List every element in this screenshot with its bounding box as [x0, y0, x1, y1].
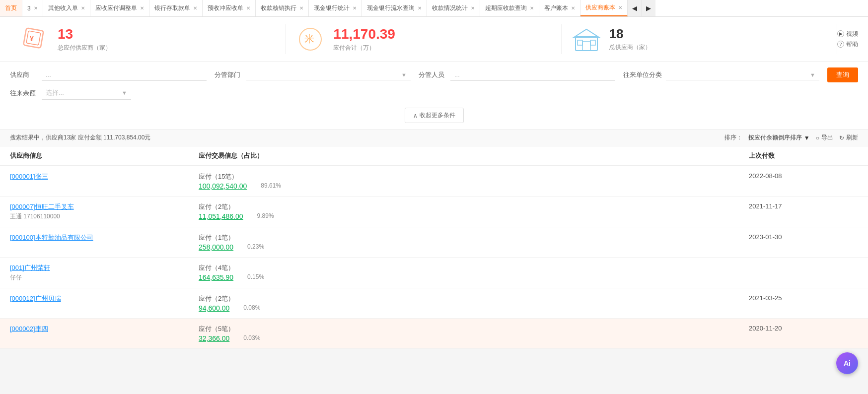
nav-tab-3[interactable]: 3 ✕ [22, 0, 43, 16]
refresh-icon: ↻ [839, 134, 844, 141]
nav-tab-cashbank-flow[interactable]: 现金银行流水查询 ✕ [362, 0, 427, 16]
supplier-info: [000012]广州贝瑞 [10, 294, 199, 303]
transaction-amount[interactable]: 258,000.00 [199, 243, 233, 251]
last-pay-date: 2021-11-17 [749, 202, 858, 210]
transaction-amount[interactable]: 100,092,540.00 [199, 182, 247, 190]
help-link[interactable]: ? 帮助 [837, 40, 858, 49]
nav-tab-home[interactable]: 首页 [0, 0, 22, 16]
total-suppliers-content: 18 总供应商（家） [609, 26, 651, 51]
filter-dept: 分管部门 ▼ [215, 70, 411, 80]
close-icon[interactable]: ✕ [571, 5, 575, 11]
close-icon[interactable]: ✕ [299, 5, 303, 11]
tab-label: 应收应付调整单 [95, 4, 137, 12]
last-pay-date: 2022-08-08 [749, 172, 858, 180]
close-icon[interactable]: ✕ [618, 5, 622, 10]
chevron-down-icon: ▼ [401, 72, 407, 78]
supplier-name-link[interactable]: [000007]恒旺二手叉车 [10, 202, 199, 211]
category-filter-label: 往来单位分类 [623, 70, 662, 79]
close-icon[interactable]: ✕ [140, 5, 144, 11]
chevron-down-icon: ▼ [810, 72, 815, 78]
person-input[interactable] [450, 69, 615, 81]
close-icon[interactable]: ✕ [418, 5, 422, 11]
table-row: [000012]广州贝瑞 应付（2笔） 94,600.00 0.08% 2021… [0, 288, 868, 319]
table-header: 供应商信息 应付交易信息（占比） 上次付数 [0, 146, 868, 166]
video-link[interactable]: ▶ 视频 [837, 30, 858, 38]
transaction-amount[interactable]: 164,635.90 [199, 273, 233, 281]
close-icon[interactable]: ✕ [81, 5, 85, 11]
supplier-info: [000007]恒旺二手叉车 王通 17106110000 [10, 202, 199, 221]
transaction-info: 应付（4笔） 164,635.90 0.15% [199, 263, 749, 281]
supplier-info: [000100]本特勤油品有限公司 [10, 233, 199, 242]
transaction-amount[interactable]: 11,051,486.00 [199, 212, 243, 220]
nav-tab-collection-stat[interactable]: 收款情况统计 ✕ [427, 0, 480, 16]
close-icon[interactable]: ✕ [530, 5, 534, 11]
last-pay-date: 2023-01-30 [749, 233, 858, 241]
tab-label: 收款核销执行 [261, 4, 296, 12]
category-select[interactable]: ▼ [666, 70, 820, 80]
circle-icon: ▶ [837, 30, 844, 37]
close-icon[interactable]: ✕ [246, 5, 250, 11]
table-row: [000001]张三 应付（15笔） 100,092,540.00 89.61%… [0, 166, 868, 197]
supplier-name-link[interactable]: [000001]张三 [10, 172, 199, 181]
supplier-name-link[interactable]: [001]广州荣轩 [10, 263, 199, 272]
filter-row-2: 往来余额 选择... ▼ [10, 86, 858, 100]
summary-payable-amount: 米 11,170.39 应付合计（万） [286, 24, 561, 54]
nav-tab-other-income[interactable]: 其他收入单 ✕ [43, 0, 90, 16]
sort-label: 排序： [724, 133, 742, 142]
nav-tab-advance[interactable]: 预收冲应收单 ✕ [203, 0, 256, 16]
nav-tab-customer-ledger[interactable]: 客户账本 ✕ [539, 0, 580, 16]
last-pay-date: 2020-11-20 [749, 325, 858, 332]
nav-prev-arrow[interactable]: ◀ [628, 0, 642, 17]
dept-select[interactable]: ▼ [246, 70, 411, 80]
balance-select[interactable]: 选择... ▼ [42, 86, 131, 100]
sort-select[interactable]: 按应付余额倒序排序 ▼ [748, 133, 810, 142]
close-icon[interactable]: ✕ [353, 5, 357, 11]
summary-bar: ¥ 13 总应付供应商（家） 米 11,170.39 应付合计（万） [0, 17, 868, 62]
search-button[interactable]: 查询 [827, 67, 858, 82]
nav-tab-adjustment[interactable]: 应收应付调整单 ✕ [90, 0, 149, 16]
supplier-table: 供应商信息 应付交易信息（占比） 上次付数 [000001]张三 应付（15笔）… [0, 146, 868, 349]
nav-next-arrow[interactable]: ▶ [642, 0, 655, 17]
svg-marker-6 [574, 29, 599, 37]
nav-tab-overdue[interactable]: 超期应收款查询 ✕ [480, 0, 539, 16]
transaction-amount[interactable]: 32,366.00 [199, 334, 229, 342]
nav-tab-supplier-ledger[interactable]: 供应商账本 ✕ [580, 0, 628, 16]
svg-rect-5 [576, 37, 597, 51]
close-icon[interactable]: ✕ [34, 5, 38, 11]
transaction-amount[interactable]: 94,600.00 [199, 304, 229, 312]
supplier-name-link[interactable]: [000100]本特勤油品有限公司 [10, 233, 199, 242]
tab-3-label: 3 [27, 5, 31, 12]
collapse-button[interactable]: ∧ 收起更多条件 [405, 108, 464, 123]
supplier-name-link[interactable]: [000012]广州贝瑞 [10, 294, 199, 303]
results-summary: 搜索结果中，供应商13家 应付金额 111,703,854.00元 [10, 133, 150, 142]
chevron-down-icon: ▼ [804, 134, 810, 141]
payable-suppliers-value: 13 [58, 26, 111, 43]
export-button[interactable]: ○ 导出 [816, 133, 833, 142]
transaction-label: 应付（5笔） [199, 325, 749, 333]
balance-placeholder: 选择... [46, 88, 64, 97]
table-row: [000002]李四 应付（5笔） 32,366.00 0.03% 2020-1… [0, 319, 868, 349]
filter-balance: 往来余额 选择... ▼ [10, 86, 858, 100]
transaction-label: 应付（15笔） [199, 172, 749, 181]
transaction-percent: 0.15% [247, 273, 264, 280]
nav-tab-collection[interactable]: 收款核销执行 ✕ [256, 0, 309, 16]
close-icon[interactable]: ✕ [471, 5, 475, 11]
supplier-sub: 仔仔 [10, 273, 199, 282]
refresh-button[interactable]: ↻ 刷新 [839, 133, 858, 142]
svg-rect-9 [590, 40, 595, 45]
supplier-filter-label: 供应商 [10, 70, 38, 79]
transaction-percent: 0.03% [243, 334, 260, 341]
supplier-input[interactable] [42, 69, 207, 81]
transaction-label: 应付（1笔） [199, 233, 749, 242]
tab-label: 超期应收款查询 [485, 4, 527, 12]
nav-tab-bank[interactable]: 银行存取款单 ✕ [149, 0, 203, 16]
supplier-info: [001]广州荣轩 仔仔 [10, 263, 199, 282]
supplier-name-link[interactable]: [000002]李四 [10, 325, 199, 333]
transaction-info: 应付（5笔） 32,366.00 0.03% [199, 325, 749, 342]
nav-tab-cashbank-stat[interactable]: 现金银行统计 ✕ [309, 0, 362, 16]
payable-amount-value: 11,170.39 [333, 26, 395, 43]
tab-label: 银行存取款单 [154, 4, 190, 12]
table-body: [000001]张三 应付（15笔） 100,092,540.00 89.61%… [0, 166, 868, 349]
transaction-percent: 0.23% [247, 243, 264, 250]
close-icon[interactable]: ✕ [193, 5, 197, 11]
